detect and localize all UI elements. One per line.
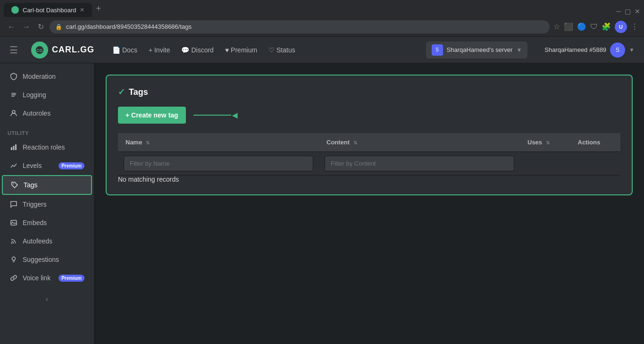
sidebar-item-autofeeds[interactable]: Autofeeds bbox=[2, 232, 92, 250]
minimize-button[interactable]: ─ bbox=[616, 8, 621, 15]
sidebar-toggle-button[interactable]: ☰ bbox=[9, 44, 18, 56]
ext2-icon[interactable]: 🔵 bbox=[577, 22, 586, 31]
browser-extensions: ☆ ⬛ 🔵 🛡 🧩 U ⋮ bbox=[553, 21, 638, 33]
browser-profile-avatar[interactable]: U bbox=[615, 21, 627, 33]
sidebar-item-levels[interactable]: Levels Premium bbox=[2, 157, 92, 175]
sidebar-collapse-button[interactable]: ‹ bbox=[46, 295, 48, 303]
list-icon bbox=[9, 91, 18, 99]
server-icon: S bbox=[432, 44, 443, 56]
sort-icon-uses: ⇅ bbox=[546, 140, 550, 145]
svg-rect-5 bbox=[11, 96, 15, 97]
rss-icon bbox=[9, 237, 18, 245]
sidebar-item-tags[interactable]: Tags bbox=[2, 175, 92, 195]
levels-icon bbox=[9, 161, 18, 170]
maximize-button[interactable]: ▢ bbox=[625, 8, 631, 15]
docs-icon: 📄 bbox=[112, 46, 120, 54]
filter-name-input[interactable] bbox=[124, 156, 313, 171]
topbar-username: SharqaHameed #5889 bbox=[544, 46, 606, 53]
column-header-content[interactable]: Content ⇅ bbox=[319, 133, 520, 152]
sidebar-item-suggestions[interactable]: Suggestions bbox=[2, 251, 92, 268]
arrow-line bbox=[193, 115, 231, 116]
sidebar-item-label: Voice link bbox=[23, 274, 50, 282]
logo-icon: CG bbox=[31, 42, 48, 59]
svg-rect-4 bbox=[11, 94, 16, 95]
filter-content-cell bbox=[319, 152, 520, 176]
url-text: carl.gg/dashboard/894503528444358686/tag… bbox=[66, 23, 192, 30]
voice-link-premium-badge: Premium bbox=[59, 275, 84, 282]
back-button[interactable]: ← bbox=[6, 21, 17, 33]
filter-actions-cell bbox=[570, 152, 621, 176]
server-selector[interactable]: S SharqaHameed's server ▼ bbox=[426, 42, 528, 59]
status-link[interactable]: ♡ Status bbox=[264, 43, 300, 57]
browser-tab[interactable]: Carl-bot Dashboard ✕ bbox=[4, 3, 92, 17]
content-area: ✓ Tags + Create new tag ◄ bbox=[94, 63, 644, 344]
invite-link[interactable]: + Invite bbox=[144, 43, 175, 57]
filter-content-input[interactable] bbox=[325, 156, 514, 171]
url-bar[interactable]: 🔒 carl.gg/dashboard/894503528444358686/t… bbox=[50, 20, 550, 34]
arrow-annotation: ◄ bbox=[193, 110, 240, 121]
docs-link[interactable]: 📄 Docs bbox=[108, 43, 142, 57]
tab-favicon bbox=[11, 6, 19, 14]
reload-button[interactable]: ↻ bbox=[36, 20, 46, 33]
create-new-tag-button[interactable]: + Create new tag bbox=[118, 107, 186, 124]
person-icon bbox=[9, 109, 18, 117]
browser-window: Carl-bot Dashboard ✕ + ─ ▢ ✕ ← → ↻ 🔒 car… bbox=[0, 0, 644, 344]
levels-premium-badge: Premium bbox=[59, 162, 84, 169]
svg-rect-3 bbox=[11, 93, 16, 94]
ext4-icon[interactable]: 🧩 bbox=[602, 22, 611, 31]
tags-table: Name ⇅ Content ⇅ Uses ⇅ bbox=[118, 133, 620, 183]
column-header-uses[interactable]: Uses ⇅ bbox=[520, 133, 570, 152]
filter-name-cell bbox=[118, 152, 319, 176]
sidebar-item-moderation[interactable]: Moderation bbox=[2, 67, 92, 85]
menu-icon[interactable]: ⋮ bbox=[631, 22, 638, 31]
logo: CG CARL.GG bbox=[31, 42, 94, 59]
sidebar-item-embeds[interactable]: Embeds bbox=[2, 214, 92, 232]
chat-icon bbox=[9, 200, 18, 209]
create-button-area: + Create new tag ◄ bbox=[118, 107, 620, 124]
chevron-down-icon: ▼ bbox=[516, 47, 522, 53]
ext3-icon[interactable]: 🛡 bbox=[590, 23, 598, 31]
svg-point-6 bbox=[12, 110, 15, 113]
user-chevron-icon[interactable]: ▼ bbox=[629, 47, 635, 53]
topbar-user: SharqaHameed #5889 S ▼ bbox=[544, 42, 635, 58]
svg-rect-7 bbox=[11, 147, 12, 150]
sidebar-item-label: Logging bbox=[23, 91, 46, 99]
bar-chart-icon bbox=[9, 143, 18, 151]
sidebar-item-reaction-roles[interactable]: Reaction roles bbox=[2, 138, 92, 156]
forward-button[interactable]: → bbox=[21, 21, 32, 33]
sidebar-item-label: Reaction roles bbox=[23, 143, 65, 151]
sidebar-item-label: Suggestions bbox=[23, 256, 59, 263]
sidebar-item-label: Autoroles bbox=[23, 109, 50, 117]
discord-link[interactable]: 💬 Discord bbox=[176, 43, 218, 57]
logo-text: CARL.GG bbox=[52, 45, 94, 55]
app: ☰ CG CARL.GG 📄 Docs + Invite 💬 Discord bbox=[0, 37, 644, 344]
sort-icon-content: ⇅ bbox=[353, 140, 357, 145]
sidebar-item-label: Tags bbox=[24, 181, 38, 189]
sidebar-item-autoroles[interactable]: Autoroles bbox=[2, 104, 92, 122]
premium-link[interactable]: ♥ Premium bbox=[220, 43, 262, 57]
column-header-actions: Actions bbox=[570, 133, 621, 152]
tab-close-button[interactable]: ✕ bbox=[80, 7, 84, 13]
topbar-avatar[interactable]: S bbox=[610, 42, 625, 58]
discord-icon: 💬 bbox=[181, 46, 189, 54]
bulb-icon bbox=[9, 255, 18, 264]
empty-message: No matching records bbox=[118, 176, 620, 184]
column-header-name[interactable]: Name ⇅ bbox=[118, 133, 319, 152]
sidebar-item-label: Embeds bbox=[23, 219, 47, 227]
shield-icon bbox=[9, 72, 18, 81]
sidebar-item-triggers[interactable]: Triggers bbox=[2, 195, 92, 213]
table-header-row: Name ⇅ Content ⇅ Uses ⇅ bbox=[118, 133, 620, 152]
svg-point-13 bbox=[11, 243, 13, 244]
ext1-icon[interactable]: ⬛ bbox=[564, 22, 573, 31]
svg-rect-8 bbox=[13, 146, 15, 150]
sort-icon-name: ⇅ bbox=[146, 140, 150, 145]
arrow-left-icon: ◄ bbox=[230, 110, 240, 121]
sidebar-item-voice-link[interactable]: Voice link Premium bbox=[2, 269, 92, 287]
star-icon[interactable]: ☆ bbox=[553, 22, 560, 31]
new-tab-button[interactable]: + bbox=[94, 2, 103, 16]
close-button[interactable]: ✕ bbox=[635, 8, 640, 15]
sidebar-item-logging[interactable]: Logging bbox=[2, 86, 92, 104]
main-layout: Moderation Logging Autoroles UTILITY bbox=[0, 63, 644, 344]
svg-rect-11 bbox=[11, 220, 17, 225]
sidebar: Moderation Logging Autoroles UTILITY bbox=[0, 63, 94, 344]
